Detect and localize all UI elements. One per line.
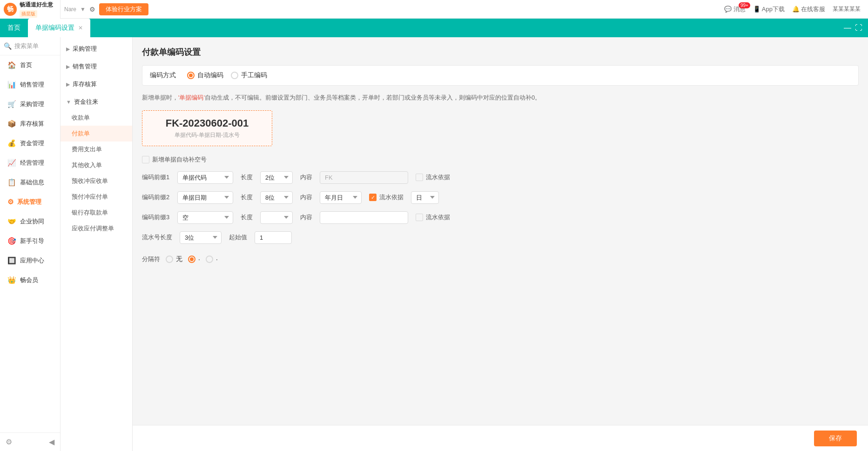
message-btn[interactable]: 💬 消息 99+ [724, 5, 746, 13]
sub-menu-item-advance-payable[interactable]: 预付冲应付单 [61, 189, 132, 205]
sidebar-items: 🏠 首页 📊 销售管理 🛒 采购管理 📦 库存核算 💰 资金管理 📈 经 [0, 55, 60, 432]
nav-tabs-bar: 首页 单据编码设置 ✕ — ⛶ [0, 19, 868, 37]
serial-length-select[interactable]: 3位 4位 5位 6位 [180, 231, 222, 244]
window-maximize-icon[interactable]: ⛶ [855, 24, 862, 32]
top-bar: 畅 畅通道好生意 插层版 Nare ▼ ⚙ 体验行业方案 💬 消息 99+ 📱 … [0, 0, 868, 19]
sub-menu-item-advance-receivable[interactable]: 预收冲应收单 [61, 173, 132, 189]
purchase-icon: 🛒 [7, 100, 16, 108]
home-icon: 🏠 [7, 61, 16, 69]
message-icon: 💬 [724, 6, 732, 13]
sidebar-item-operations[interactable]: 📈 经营管理 [0, 153, 60, 173]
start-value-input[interactable] [255, 231, 292, 244]
message-badge: 99+ [739, 2, 750, 8]
sidebar-item-guide[interactable]: 🎯 新手引导 [0, 231, 60, 251]
radio-manual-encode[interactable]: 手工编码 [231, 71, 267, 80]
content1-label: 内容 [300, 173, 312, 182]
online-service-btn[interactable]: 🔔 在线客服 [792, 5, 825, 13]
length1-label: 长度 [241, 173, 253, 182]
separator-dash[interactable]: · [206, 256, 218, 263]
app-download-btn[interactable]: 📱 App下载 [753, 5, 785, 13]
encode-method-row: 编码方式 自动编码 手工编码 [142, 65, 859, 86]
inventory-icon: 📦 [7, 120, 16, 128]
period2-select[interactable]: 日 月 年 [411, 191, 439, 204]
sidebar-item-basic-info[interactable]: 📋 基础信息 [0, 173, 60, 192]
waterflow3-checkbox[interactable]: 流水依据 [416, 213, 450, 222]
sub-menu-header-inventory[interactable]: ▶ 库存核算 [61, 76, 132, 92]
prefix2-select[interactable]: 单据代码 单据日期 部门 业务员 空 [177, 191, 233, 204]
separator-none[interactable]: 无 [166, 255, 182, 263]
content2-select[interactable]: 年月日 年月 年 [320, 191, 362, 204]
arrow-right-icon: ▶ [66, 64, 70, 70]
content-area: 付款单编码设置 编码方式 自动编码 手工编码 新增单据时，'单据编码' [133, 37, 868, 425]
content3-label: 内容 [300, 213, 312, 222]
sub-menu-item-receipts[interactable]: 收款单 [61, 110, 132, 126]
system-icon: ⚙ [7, 198, 13, 206]
sub-menu-item-payments[interactable]: 付款单 [61, 126, 132, 141]
code-preview-sub: 单据代码-单据日期-流水号 [154, 131, 261, 139]
logo-area: 畅 畅通道好生意 插层版 [0, 0, 61, 19]
save-button[interactable]: 保存 [814, 431, 857, 446]
sidebar-item-app-center[interactable]: 🔲 应用中心 [0, 251, 60, 270]
company-name: Nare [64, 6, 76, 13]
window-minimize-icon[interactable]: — [844, 24, 851, 32]
length1-select[interactable]: 2位 4位 [260, 171, 293, 184]
sub-menu-item-adjustment[interactable]: 应收应付调整单 [61, 221, 132, 236]
length3-select[interactable] [260, 211, 293, 224]
separator-dash-dot [206, 256, 213, 263]
content2-label: 内容 [300, 193, 312, 202]
experience-btn[interactable]: 体验行业方案 [99, 3, 148, 15]
nav-tab-home[interactable]: 首页 [0, 19, 28, 37]
content1-input [320, 171, 408, 184]
finance-icon: 💰 [7, 139, 16, 148]
sidebar-item-finance[interactable]: 💰 资金管理 [0, 134, 60, 153]
sub-menu-group-inventory: ▶ 库存核算 [61, 76, 132, 92]
radio-auto-encode[interactable]: 自动编码 [187, 71, 223, 80]
sidebar-item-enterprise[interactable]: 🤝 企业协同 [0, 212, 60, 231]
sales-icon: 📊 [7, 81, 16, 89]
sidebar-item-sales[interactable]: 📊 销售管理 [0, 75, 60, 94]
basic-info-icon: 📋 [7, 178, 16, 187]
waterflow1-checkbox[interactable]: 流水依据 [416, 173, 450, 182]
sub-menu-item-bank[interactable]: 银行存取款单 [61, 205, 132, 221]
settings-icon[interactable]: ⚙ [89, 6, 95, 13]
sub-menu-group-purchase: ▶ 采购管理 [61, 41, 132, 57]
length2-label: 长度 [241, 193, 253, 202]
prefix3-select[interactable]: 单据代码 单据日期 部门 业务员 空 [177, 211, 233, 224]
prefix1-label: 编码前缀1 [142, 173, 170, 182]
waterflow1-checkbox-box [416, 174, 423, 181]
sub-menu-header-purchase[interactable]: ▶ 采购管理 [61, 41, 132, 57]
company-dropdown-arrow[interactable]: ▼ [80, 6, 86, 13]
sub-menu-items-capital: 收款单 付款单 费用支出单 其他收入单 预收冲应收单 预付冲应付单 [61, 110, 132, 236]
collapse-icon[interactable]: ◀ [49, 438, 54, 446]
sub-menu-item-expense[interactable]: 费用支出单 [61, 141, 132, 157]
serial-length-label: 流水号长度 [142, 233, 172, 242]
separator-dot[interactable]: · [188, 256, 200, 263]
sidebar-item-home[interactable]: 🏠 首页 [0, 55, 60, 75]
radio-manual-dot [231, 72, 238, 79]
service-icon: 🔔 [792, 6, 800, 13]
prefix1-select[interactable]: 单据代码 单据日期 部门 业务员 空 [177, 171, 233, 184]
length2-select[interactable]: 6位 8位 10位 [260, 191, 293, 204]
prefix3-label: 编码前缀3 [142, 213, 170, 222]
sidebar-item-system[interactable]: ⚙ 系统管理 [0, 192, 60, 212]
sidebar-item-inventory[interactable]: 📦 库存核算 [0, 114, 60, 134]
form-rows: 编码前缀1 单据代码 单据日期 部门 业务员 空 长度 2位 4位 内容 [142, 171, 859, 263]
encode-method-label: 编码方式 [150, 71, 176, 80]
length3-label: 长度 [241, 213, 253, 222]
sub-menu-header-sales[interactable]: ▶ 销售管理 [61, 59, 132, 74]
nav-tab-close-icon[interactable]: ✕ [78, 25, 83, 31]
waterflow2-checkbox[interactable]: 流水依据 [369, 193, 404, 202]
sub-menu-item-other-income[interactable]: 其他收入单 [61, 157, 132, 173]
member-icon: 👑 [7, 276, 16, 284]
user-info[interactable]: 某某某某某 [833, 5, 861, 13]
guide-icon: 🎯 [7, 237, 16, 245]
sidebar-search[interactable]: 🔍 搜索菜单 [0, 37, 60, 55]
auto-fill-checkbox[interactable]: 新增单据自动补空号 [142, 155, 859, 164]
content3-input[interactable] [320, 211, 408, 224]
nav-tab-encode-settings[interactable]: 单据编码设置 ✕ [28, 19, 90, 37]
sidebar-item-purchase[interactable]: 🛒 采购管理 [0, 94, 60, 114]
sidebar-item-member[interactable]: 👑 畅会员 [0, 270, 60, 290]
settings-bottom-icon[interactable]: ⚙ [6, 438, 12, 446]
encode-row-2: 编码前缀2 单据代码 单据日期 部门 业务员 空 长度 6位 8位 10位 内容 [142, 191, 859, 204]
sub-menu-header-capital[interactable]: ▼ 资金往来 [61, 94, 132, 110]
